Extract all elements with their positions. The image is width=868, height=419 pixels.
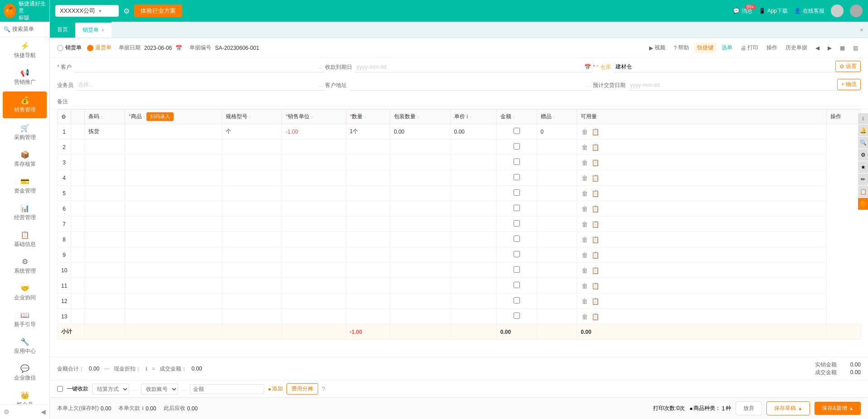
row-gift[interactable] <box>496 278 537 294</box>
row-price[interactable] <box>390 309 450 324</box>
row-barcode[interactable] <box>71 155 85 170</box>
row-spec[interactable] <box>125 201 222 217</box>
delete-row-btn[interactable]: 🗑 <box>581 220 589 228</box>
right-sidebar-btn-4[interactable]: ⚙ <box>858 149 868 161</box>
row-product[interactable]: 拣货 <box>85 124 125 140</box>
copy-row-btn[interactable]: 📋 <box>591 313 600 321</box>
next-page-btn[interactable]: ▶ <box>825 43 834 53</box>
customer-address-input[interactable]: … <box>349 80 593 91</box>
row-product[interactable] <box>85 217 125 232</box>
row-unit[interactable] <box>222 170 282 186</box>
app-download-btn[interactable]: 📱 App下载 <box>759 7 788 15</box>
prev-page-btn[interactable]: ◀ <box>813 43 822 53</box>
row-unit[interactable] <box>222 263 282 278</box>
row-amount[interactable] <box>450 155 496 170</box>
row-pack-qty[interactable] <box>346 170 390 186</box>
receive-date-input[interactable]: yyyy-mm-dd 📅 <box>355 62 593 72</box>
row-amount[interactable] <box>450 278 496 294</box>
sidebar-item-management[interactable]: 📊 经营管理 <box>0 199 49 226</box>
row-amount[interactable] <box>450 263 496 278</box>
row-unit[interactable]: 个 <box>222 124 282 140</box>
add-payment-btn[interactable]: ● 添加 <box>268 385 283 393</box>
row-barcode[interactable] <box>71 278 85 294</box>
row-price[interactable] <box>390 140 450 155</box>
row-product[interactable] <box>85 263 125 278</box>
sidebar-item-purchase[interactable]: 🛒 采购管理 <box>0 119 49 146</box>
row-product[interactable] <box>85 186 125 201</box>
row-price[interactable] <box>390 278 450 294</box>
row-gift[interactable] <box>496 217 537 232</box>
delete-row-btn[interactable]: 🗑 <box>581 143 589 151</box>
right-sidebar-btn-7[interactable]: 📋 <box>858 186 868 197</box>
row-price[interactable] <box>390 247 450 263</box>
row-spec[interactable] <box>125 217 222 232</box>
row-amount[interactable] <box>450 247 496 263</box>
row-pack-qty[interactable] <box>346 309 390 324</box>
row-barcode[interactable] <box>71 140 85 155</box>
row-price[interactable] <box>390 170 450 186</box>
sidebar-item-quick-nav[interactable]: ⚡ 快捷导航 <box>0 37 49 64</box>
company-selector[interactable]: XXXXXX公司 ▼ <box>55 5 119 17</box>
row-unit[interactable] <box>222 217 282 232</box>
row-price[interactable] <box>390 294 450 309</box>
row-qty[interactable] <box>282 294 346 309</box>
right-sidebar-btn-1[interactable]: I <box>858 113 868 124</box>
row-qty[interactable] <box>282 217 346 232</box>
row-gift[interactable] <box>496 186 537 201</box>
row-amount[interactable] <box>450 170 496 186</box>
message-btn[interactable]: 💬 消息 99+ <box>733 7 752 15</box>
row-price[interactable] <box>390 201 450 217</box>
row-price[interactable] <box>390 217 450 232</box>
row-spec[interactable] <box>125 170 222 186</box>
row-spec[interactable] <box>125 186 222 201</box>
grid-view1-btn[interactable]: ▦ <box>837 43 848 53</box>
row-price[interactable] <box>390 186 450 201</box>
row-amount[interactable]: 0.00 <box>450 124 496 140</box>
sidebar-item-app[interactable]: 🔧 应用中心 <box>0 333 49 360</box>
copy-row-btn[interactable]: 📋 <box>591 251 600 259</box>
row-product[interactable] <box>85 247 125 263</box>
row-spec[interactable] <box>125 309 222 324</box>
row-product[interactable] <box>85 140 125 155</box>
row-pack-qty[interactable] <box>346 140 390 155</box>
row-spec[interactable] <box>125 124 222 140</box>
copy-row-btn[interactable]: 📋 <box>591 220 600 228</box>
payment-method-select[interactable]: 结算方式 <box>92 384 129 395</box>
row-gift[interactable] <box>496 232 537 247</box>
search-menu[interactable]: 🔍 搜索菜单 <box>0 22 49 37</box>
row-amount[interactable] <box>450 309 496 324</box>
row-gift[interactable] <box>496 263 537 278</box>
row-unit[interactable] <box>222 309 282 324</box>
grid-view2-btn[interactable]: ▥ <box>850 43 861 53</box>
radio-sales-order[interactable]: 销货单 <box>57 44 82 52</box>
payment-account-select[interactable]: 收款账号 <box>141 384 178 395</box>
user-avatar2[interactable] <box>850 5 863 17</box>
row-qty[interactable] <box>282 247 346 263</box>
row-unit[interactable] <box>222 155 282 170</box>
row-price[interactable] <box>390 263 450 278</box>
row-unit[interactable] <box>222 201 282 217</box>
sidebar-item-wechat[interactable]: 💬 企业微信 <box>0 360 49 386</box>
experience-btn[interactable]: 体验行业方案 <box>134 5 182 17</box>
row-price[interactable] <box>390 155 450 170</box>
video-btn[interactable]: ▶ 视频 <box>646 43 668 53</box>
row-qty[interactable] <box>282 232 346 247</box>
row-spec[interactable] <box>125 155 222 170</box>
row-pack-qty[interactable] <box>346 155 390 170</box>
row-unit[interactable] <box>222 278 282 294</box>
delete-row-btn[interactable]: 🗑 <box>581 251 589 259</box>
one-click-payment-checkbox[interactable] <box>57 386 63 392</box>
row-qty[interactable]: -1.00 <box>282 124 346 140</box>
delete-row-btn[interactable]: 🗑 <box>581 189 589 197</box>
row-pack-qty[interactable] <box>346 201 390 217</box>
row-product[interactable] <box>85 155 125 170</box>
row-amount[interactable] <box>450 217 496 232</box>
shortcut-btn[interactable]: 快捷键 <box>694 43 716 53</box>
row-product[interactable] <box>85 170 125 186</box>
row-price[interactable]: 0.00 <box>390 124 450 140</box>
row-qty[interactable] <box>282 155 346 170</box>
right-sidebar-btn-2[interactable]: 🔔 <box>858 125 868 136</box>
sidebar-item-guide[interactable]: 📖 新手引导 <box>0 306 49 333</box>
delete-row-btn[interactable]: 🗑 <box>581 159 589 167</box>
copy-row-btn[interactable]: 📋 <box>591 143 600 151</box>
